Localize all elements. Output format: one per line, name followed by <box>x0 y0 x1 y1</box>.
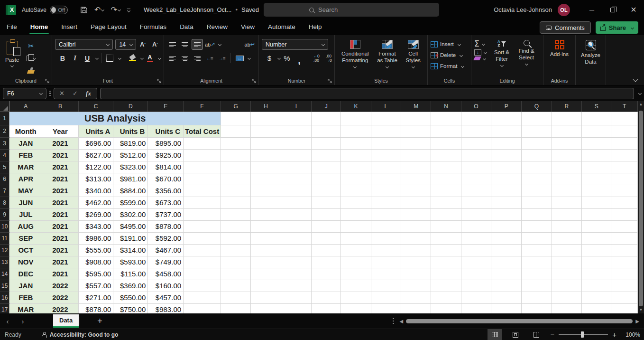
cell-empty[interactable] <box>582 197 611 208</box>
cell-empty[interactable] <box>281 220 311 232</box>
new-sheet-button[interactable]: + <box>97 316 102 326</box>
cell-empty[interactable] <box>461 303 491 313</box>
row-header-1[interactable]: 1 <box>0 112 9 125</box>
cell-empty[interactable] <box>552 197 581 208</box>
cell-empty[interactable] <box>582 112 611 125</box>
cell-empty[interactable] <box>221 220 251 232</box>
cell-empty[interactable] <box>491 292 522 303</box>
namebox-resize-handle[interactable] <box>49 91 51 96</box>
cell-empty[interactable] <box>582 161 611 173</box>
cell-empty[interactable] <box>184 303 221 313</box>
cell-year[interactable]: 2021 <box>42 197 78 208</box>
cell-header-units-b[interactable]: Units B <box>113 125 148 137</box>
cell-empty[interactable] <box>431 185 461 197</box>
excel-logo-icon[interactable]: X <box>6 5 16 15</box>
cell-year[interactable]: 2021 <box>42 161 78 173</box>
cell-empty[interactable] <box>251 125 281 137</box>
next-sheet-button[interactable]: › <box>15 317 30 325</box>
cell-empty[interactable] <box>221 197 251 208</box>
cell-empty[interactable] <box>582 125 611 137</box>
prev-sheet-button[interactable]: ‹ <box>0 317 15 325</box>
borders-dropdown-icon[interactable] <box>118 57 121 60</box>
cell-empty[interactable] <box>491 268 522 280</box>
cell-empty[interactable] <box>251 185 281 197</box>
column-header-g[interactable]: G <box>221 101 251 112</box>
column-header-s[interactable]: S <box>582 101 611 112</box>
cancel-button[interactable]: ✕ <box>56 90 68 97</box>
alignment-dialog-launcher[interactable] <box>252 79 256 83</box>
cell-empty[interactable] <box>461 232 491 244</box>
cell-month[interactable]: APR <box>9 173 42 185</box>
cell-empty[interactable] <box>281 244 311 256</box>
cell-units-c[interactable]: $670.00 <box>148 173 184 185</box>
cell-empty[interactable] <box>184 208 221 220</box>
underline-button[interactable]: U <box>82 53 93 64</box>
cell-empty[interactable] <box>461 244 491 256</box>
scroll-down-icon[interactable]: ▼ <box>638 307 644 313</box>
cell-units-b[interactable]: $495.00 <box>113 220 148 232</box>
cell-month[interactable]: FEB <box>9 149 42 161</box>
fill-color-button[interactable] <box>127 53 138 64</box>
decrease-decimal-button[interactable]: .00→0 <box>323 53 334 64</box>
cell-empty[interactable] <box>522 256 552 268</box>
cell-empty[interactable] <box>522 197 552 208</box>
vertical-scroll-thumb[interactable] <box>639 111 643 306</box>
cell-empty[interactable] <box>281 303 311 313</box>
cell-empty[interactable] <box>221 173 251 185</box>
cell-units-a[interactable]: $343.00 <box>78 220 113 232</box>
cell-empty[interactable] <box>251 292 281 303</box>
cell-empty[interactable] <box>341 280 371 292</box>
cell-units-a[interactable]: $313.00 <box>78 173 113 185</box>
zoom-slider-handle[interactable] <box>581 331 584 338</box>
cell-empty[interactable] <box>491 232 522 244</box>
cell-empty[interactable] <box>184 232 221 244</box>
cell-empty[interactable] <box>552 244 581 256</box>
horizontal-scroll-thumb[interactable] <box>406 319 633 323</box>
cell-empty[interactable] <box>611 197 638 208</box>
cell-empty[interactable] <box>431 208 461 220</box>
cell-empty[interactable] <box>401 280 431 292</box>
cell-month[interactable]: JAN <box>9 137 42 149</box>
column-header-d[interactable]: D <box>113 101 148 112</box>
cell-empty[interactable] <box>582 137 611 149</box>
cell-empty[interactable] <box>311 280 340 292</box>
increase-indent-button[interactable]: →≡ <box>216 53 228 64</box>
cell-month[interactable]: MAR <box>9 303 42 313</box>
cell-empty[interactable] <box>341 161 371 173</box>
cell-empty[interactable] <box>611 256 638 268</box>
conditional-formatting-button[interactable]: Conditional Formatting <box>338 39 372 76</box>
cell-empty[interactable] <box>522 185 552 197</box>
row-header-13[interactable]: 13 <box>0 256 9 268</box>
cell-empty[interactable] <box>341 303 371 313</box>
cell-month[interactable]: SEP <box>9 232 42 244</box>
cell-empty[interactable] <box>401 112 431 125</box>
cell-empty[interactable] <box>341 256 371 268</box>
cell-empty[interactable] <box>611 208 638 220</box>
sort-filter-button[interactable]: AZ Sort & Filter <box>489 39 514 76</box>
cell-units-b[interactable]: $115.00 <box>113 268 148 280</box>
cell-empty[interactable] <box>552 232 581 244</box>
cell-empty[interactable] <box>552 125 581 137</box>
cell-empty[interactable] <box>281 232 311 244</box>
cell-units-b[interactable]: $550.00 <box>113 292 148 303</box>
cell-empty[interactable] <box>311 244 340 256</box>
addins-button[interactable]: Add-ins <box>548 39 571 76</box>
cell-empty[interactable] <box>311 112 340 125</box>
cell-empty[interactable] <box>522 303 552 313</box>
close-button[interactable]: ✕ <box>623 0 644 19</box>
cell-empty[interactable] <box>184 280 221 292</box>
cell-empty[interactable] <box>184 197 221 208</box>
cell-empty[interactable] <box>184 173 221 185</box>
cell-empty[interactable] <box>431 161 461 173</box>
cell-empty[interactable] <box>341 112 371 125</box>
cell-empty[interactable] <box>491 256 522 268</box>
cell-empty[interactable] <box>552 220 581 232</box>
font-dialog-launcher[interactable] <box>157 79 161 83</box>
cell-empty[interactable] <box>431 256 461 268</box>
cell-empty[interactable] <box>251 244 281 256</box>
find-select-button[interactable]: Find & Select <box>514 39 539 76</box>
cell-empty[interactable] <box>341 125 371 137</box>
cell-month[interactable]: JAN <box>9 280 42 292</box>
cell-empty[interactable] <box>522 292 552 303</box>
format-cells-button[interactable]: Format <box>431 61 468 71</box>
